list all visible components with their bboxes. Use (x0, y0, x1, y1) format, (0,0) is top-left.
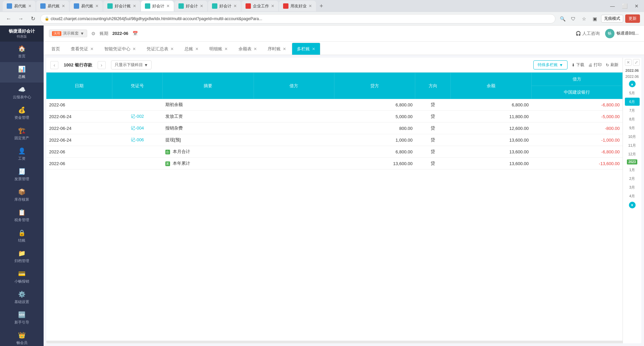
month-item-6[interactable]: 6月 (625, 98, 640, 106)
month-item-7[interactable]: 7月 (625, 106, 640, 114)
tab-voucher-summary-close[interactable]: ✕ (170, 47, 174, 51)
sidebar-item-close[interactable]: 🔒 结账 (0, 226, 44, 246)
month-item-10[interactable]: 10月 (625, 133, 640, 141)
search-icon[interactable]: 🔍 (558, 14, 567, 23)
sidebar-item-member[interactable]: 👑 畅会员 (0, 328, 44, 346)
tab-close-8[interactable]: ✕ (271, 4, 274, 8)
sidebar-item-expense[interactable]: 💳 小畅报销 (0, 267, 44, 287)
tab-detail-ledger[interactable]: 明细账 ✕ (204, 43, 233, 55)
scroll-down-button[interactable]: ▼ (629, 202, 636, 208)
tab-voucher-summary[interactable]: 凭证汇总表 ✕ (142, 43, 179, 55)
refresh-button[interactable]: ↻ 刷新 (606, 62, 619, 68)
scroll-up-button[interactable]: ▲ (629, 81, 636, 87)
tab-close-7[interactable]: ✕ (233, 4, 237, 8)
browser-tab-8[interactable]: 企业工作 ✕ (241, 1, 278, 11)
browser-tab-1[interactable]: 易代账 ✕ (3, 1, 36, 11)
panel-close-button[interactable]: ✕ (625, 59, 632, 66)
account-selector[interactable]: 演用 演示账套 ▼ (49, 30, 87, 37)
sidebar-item-fund[interactable]: 💰 资金管理 (0, 103, 44, 123)
tab-sequence-ledger-close[interactable]: ✕ (283, 47, 286, 51)
horizontal-scrollbar[interactable] (46, 341, 623, 343)
prev-account-button[interactable]: ‹ (50, 61, 58, 69)
next-account-button[interactable]: › (98, 61, 106, 69)
tab-general-ledger[interactable]: 总账 ✕ (179, 43, 204, 55)
voucher-link-1[interactable]: 记-002 (131, 114, 144, 119)
cell-voucher-1[interactable]: 记-002 (112, 111, 163, 122)
sidebar-item-payroll[interactable]: 👤 工资 (0, 144, 44, 164)
month-item-11[interactable]: 11月 (625, 141, 640, 149)
sidebar-item-general-ledger[interactable]: 📊 总账 (0, 62, 44, 83)
month-item-8[interactable]: 8月 (625, 115, 640, 123)
month-item-12[interactable]: 12月 (625, 150, 640, 158)
sub-filter-dropdown[interactable]: 只显示下级科目 ▼ (111, 60, 152, 69)
calendar-icon[interactable]: 📅 (132, 31, 138, 36)
voucher-link-2[interactable]: 记-004 (131, 126, 144, 131)
download-button[interactable]: ⬇ 下载 (572, 62, 584, 68)
new-tab-button[interactable]: + (317, 1, 326, 11)
tab-smart-center-close[interactable]: ✕ (132, 47, 136, 51)
tab-multi-ledger-close[interactable]: ✕ (312, 47, 315, 51)
tab-general-ledger-close[interactable]: ✕ (195, 47, 199, 51)
sidebar-item-home[interactable]: 🏠 首页 (0, 42, 44, 62)
month-2023-2[interactable]: 2月 (625, 175, 640, 183)
url-input[interactable]: 🔒 cloud2.chanjet.com/accounting/uh26t264… (40, 14, 555, 23)
tab-voucher-view-close[interactable]: ✕ (90, 47, 94, 51)
settings-gear-icon[interactable]: ⚙ (91, 31, 96, 36)
tab-multi-ledger[interactable]: 多栏账 ✕ (292, 43, 320, 55)
maximize-button[interactable]: ⬜ (620, 1, 629, 11)
user-info[interactable]: 畅 畅通通B组... (605, 29, 639, 38)
tab-close-3[interactable]: ✕ (95, 4, 99, 8)
sidebar-item-inventory[interactable]: 📦 库存核算 (0, 185, 44, 205)
period-value[interactable]: 2022-06 (112, 31, 128, 36)
sidebar-item-settings[interactable]: ⚙️ 基础设置 (0, 287, 44, 308)
shield-icon[interactable]: 🛡 (569, 14, 578, 23)
month-item-5[interactable]: 5月 (625, 89, 640, 97)
browser-tab-7[interactable]: 好会计 ✕ (208, 1, 241, 11)
month-2023-3[interactable]: 3月 (625, 183, 640, 191)
close-window-button[interactable]: ✕ (632, 1, 641, 11)
panel-expand-button[interactable]: ⤢ (633, 59, 640, 66)
cell-voucher-2[interactable]: 记-004 (112, 122, 163, 134)
browser-tab-2[interactable]: 易代账 ✕ (36, 1, 69, 11)
tab-close-2[interactable]: ✕ (62, 4, 65, 8)
sidebar-item-archive[interactable]: 📁 归档管理 (0, 246, 44, 267)
tab-close-1[interactable]: ✕ (28, 4, 32, 8)
sidebar-item-invoice[interactable]: 🧾 发票管理 (0, 164, 44, 185)
tab-detail-ledger-close[interactable]: ✕ (224, 47, 228, 51)
browser-tab-5[interactable]: 好会计 ✕ (141, 1, 174, 11)
browser-tab-3[interactable]: 易代账 ✕ (70, 1, 103, 11)
consult-button[interactable]: 🎧 人工咨询 (576, 31, 600, 37)
month-2023-1[interactable]: 1月 (625, 166, 640, 174)
tab-balance-sheet[interactable]: 余额表 ✕ (233, 43, 262, 55)
browser-tab-4[interactable]: 好会计账 ✕ (103, 1, 140, 11)
sidebar-item-guide[interactable]: 🆕 新手引导 (0, 308, 44, 328)
month-item-9[interactable]: 9月 (625, 124, 640, 132)
tab-close-4[interactable]: ✕ (133, 4, 136, 8)
month-2023-4[interactable]: 4月 (625, 192, 640, 200)
star-icon[interactable]: ☆ (580, 14, 588, 23)
sidebar-item-cloud-report[interactable]: ☁️ 云报表中心 (0, 83, 44, 103)
tab-home[interactable]: 首页 (46, 43, 65, 55)
update-button[interactable]: 更新 (625, 14, 640, 23)
browser-tab-9[interactable]: 用友好业 ✕ (279, 1, 316, 11)
back-button[interactable]: ← (4, 14, 13, 23)
tab-voucher-view[interactable]: 查看凭证 ✕ (66, 43, 99, 55)
tab-close-6[interactable]: ✕ (200, 4, 203, 8)
cell-voucher-3[interactable]: 记-006 (112, 134, 163, 146)
forward-button[interactable]: → (16, 14, 25, 23)
sidebar-toggle-icon[interactable]: ▣ (590, 14, 599, 23)
special-multi-ledger-button[interactable]: 特殊多栏账 ▼ (533, 60, 568, 69)
reload-button[interactable]: ↻ (28, 14, 38, 23)
tab-balance-sheet-close[interactable]: ✕ (254, 47, 257, 51)
sidebar-item-fixed-asset[interactable]: 🏗️ 固定资产 (0, 123, 44, 144)
tab-close-5[interactable]: ✕ (166, 4, 170, 8)
browser-tab-6[interactable]: 好会计 ✕ (174, 1, 207, 11)
print-button[interactable]: 🖨 打印 (588, 62, 602, 68)
minimize-button[interactable]: — (608, 1, 617, 11)
stealth-mode-button[interactable]: 无痕模式 (601, 15, 623, 22)
tab-close-9[interactable]: ✕ (309, 4, 312, 8)
sidebar-item-tax[interactable]: 📋 税务管理 (0, 205, 44, 226)
voucher-link-3[interactable]: 记-006 (131, 137, 144, 142)
tab-sequence-ledger[interactable]: 序时账 ✕ (263, 43, 291, 55)
tab-smart-center[interactable]: 智能凭证中心 ✕ (99, 43, 141, 55)
